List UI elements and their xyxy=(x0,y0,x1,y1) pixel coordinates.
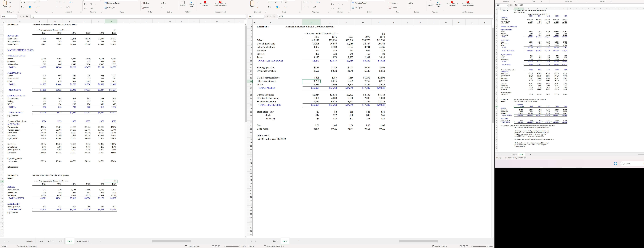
row-header-5[interactable]: 5 xyxy=(247,39,252,42)
cell[interactable]: 779 xyxy=(48,188,62,191)
cell[interactable]: $1,241 xyxy=(302,59,319,63)
cell[interactable]: 2,824 xyxy=(338,46,354,49)
cell[interactable]: 47.5% xyxy=(551,88,558,90)
cell[interactable]: 6,304 xyxy=(524,31,532,33)
cell[interactable]: 62.3% xyxy=(551,75,558,76)
cell[interactable]: 5.5% xyxy=(524,87,532,88)
cell[interactable]: 64.8% xyxy=(77,134,90,137)
cell[interactable]: 1,738 xyxy=(559,41,567,43)
cell[interactable]: 4.1% xyxy=(92,146,104,148)
cell[interactable]: 207 xyxy=(62,103,76,106)
cell[interactable]: $2,029 xyxy=(559,61,567,62)
cell[interactable]: $5,021 xyxy=(32,197,46,200)
sheet-tab-ex-7[interactable]: Ex. 7 xyxy=(281,238,290,244)
cell[interactable]: 160 xyxy=(355,53,370,56)
row-header-3[interactable]: 3 xyxy=(494,14,498,15)
cell[interactable]: OTHER CHARGES xyxy=(8,95,25,97)
cell[interactable]: 34.0% xyxy=(105,151,116,154)
cell[interactable]: Accts. payable xyxy=(8,148,20,151)
cell[interactable]: 322 xyxy=(551,43,558,45)
cell[interactable]: $1.86 xyxy=(320,66,337,70)
cell[interactable]: 478 xyxy=(533,57,541,59)
cell[interactable]: $19,128 xyxy=(302,39,319,42)
cell[interactable]: 277 xyxy=(533,43,541,45)
cell[interactable]: 1976 xyxy=(62,120,76,123)
cell[interactable]: 10.1% xyxy=(32,143,46,146)
row-header-59[interactable]: 59 xyxy=(0,188,4,191)
cell[interactable]: 30,819 xyxy=(48,38,62,40)
cell[interactable]: 651 xyxy=(514,111,523,113)
cell[interactable]: TOTAL ASSETS xyxy=(9,197,24,200)
cell[interactable]: 78.0% xyxy=(559,78,567,80)
row-header-33[interactable]: 33 xyxy=(494,66,498,68)
col-header-R[interactable]: R xyxy=(223,19,235,23)
cell[interactable]: 44.8% xyxy=(62,160,76,163)
cell[interactable]: Maintenance xyxy=(8,77,18,80)
cell[interactable]: 45.3% xyxy=(48,126,62,129)
cell[interactable]: 652 xyxy=(32,106,46,109)
cell[interactable]: 1,274 xyxy=(77,63,90,66)
cell[interactable]: 1976 xyxy=(320,36,337,39)
col-header-K[interactable]: K xyxy=(580,8,586,10)
cell[interactable]: 5,016 xyxy=(320,80,337,83)
cell[interactable]: 274 xyxy=(77,103,90,106)
cell[interactable]: 8,917 xyxy=(371,80,385,83)
row-header-30[interactable]: 30 xyxy=(247,124,252,127)
cell[interactable]: Operating profit/ xyxy=(8,157,22,160)
increase-decimal-icon[interactable]: ←.0 xyxy=(84,8,86,9)
fill-handle[interactable] xyxy=(523,107,524,108)
cell[interactable]: $13,268 xyxy=(320,104,337,107)
cell[interactable]: (4) Depreciation would increase because … xyxy=(514,142,549,144)
cancel-icon[interactable]: ✕ xyxy=(20,15,21,18)
cell[interactable]: 256 xyxy=(524,43,532,45)
cell[interactable]: 7,735 xyxy=(533,31,541,33)
row-header-27[interactable]: 27 xyxy=(247,114,252,117)
cell[interactable]: 429 xyxy=(105,103,116,106)
horizontal-scrollbar[interactable] xyxy=(399,239,491,243)
col-header-G[interactable]: G xyxy=(355,19,372,25)
cell[interactable]: Oper. profit xyxy=(8,137,18,140)
cell[interactable]: Depreciation xyxy=(501,59,509,61)
cell[interactable]: $4,138 xyxy=(355,93,370,97)
cell[interactable]: 237 xyxy=(105,77,116,80)
row-header-46[interactable]: 46 xyxy=(247,178,252,182)
cell[interactable]: $3,015 xyxy=(551,47,558,49)
cell[interactable]: 2,932 xyxy=(355,56,370,59)
row-header-48[interactable]: 48 xyxy=(247,185,252,189)
add-sheet-button[interactable]: + xyxy=(298,238,300,244)
row-header-10[interactable]: 10 xyxy=(494,26,498,28)
cell[interactable]: 916 xyxy=(92,106,104,109)
row-header-52[interactable]: 52 xyxy=(0,168,4,171)
comma-format-icon[interactable]: , xyxy=(342,3,342,5)
row-header-58[interactable]: 58 xyxy=(0,186,4,188)
row-header-68[interactable]: 68 xyxy=(0,214,4,217)
view-shortcuts[interactable] xyxy=(460,244,469,248)
paste-button[interactable]: Paste⌄ xyxy=(249,1,256,9)
cell[interactable]: 39,790 xyxy=(92,38,104,40)
select-all-corner[interactable] xyxy=(494,8,498,10)
cell[interactable]: 19.5% xyxy=(524,76,532,78)
cell[interactable]: (cont.) xyxy=(8,177,13,180)
format-button[interactable]: Format ⌄ xyxy=(389,7,398,9)
cell[interactable]: 3,291 xyxy=(355,46,370,49)
cell[interactable]: 2,000 xyxy=(355,97,370,100)
row-header-43[interactable]: 43 xyxy=(494,83,498,85)
cell[interactable]: 647 xyxy=(77,191,90,194)
formula-input[interactable]: (a) xyxy=(30,15,246,19)
cell[interactable]: TOTAL xyxy=(502,36,506,38)
row-header-60[interactable]: 60 xyxy=(494,113,498,115)
cell[interactable]: 820 xyxy=(77,106,90,109)
cell[interactable]: 19,950 xyxy=(338,42,354,46)
cell[interactable]: 41.9% xyxy=(62,126,76,129)
cell[interactable]: 413 xyxy=(105,40,116,43)
cell[interactable]: $2,590 xyxy=(524,47,532,49)
cell[interactable]: 168 xyxy=(559,55,567,57)
cell[interactable]: 1,179 xyxy=(542,45,550,47)
cell[interactable]: 5.6% xyxy=(62,148,76,151)
cell[interactable]: 154 xyxy=(48,103,62,106)
row-header-47[interactable]: 47 xyxy=(494,90,498,92)
cell[interactable]: 472 xyxy=(48,205,62,208)
cell[interactable]: $16,317 xyxy=(551,50,558,52)
row-header-59[interactable]: 59 xyxy=(247,223,252,226)
row-header-28[interactable]: 28 xyxy=(247,117,252,121)
